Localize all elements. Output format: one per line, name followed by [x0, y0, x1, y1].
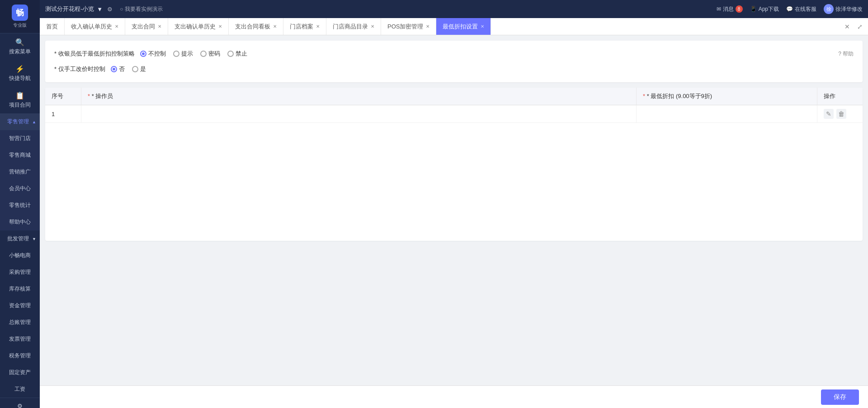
tab-close-icon[interactable]: ✕: [316, 24, 320, 29]
service-icon: 💬: [786, 6, 793, 12]
topbar: 测试分开花程-小览 ▼ ⚙ ○ 我要看实例演示 ✉ 消息 8 📱 App下载 💬…: [40, 0, 868, 18]
radio-label-hint: 提示: [181, 50, 193, 58]
th-discount: * * 最低折扣 (9.00等于9折): [637, 88, 817, 105]
sidebar-item-label: 固定资产: [9, 369, 31, 376]
shortcut-icon: ⚡: [15, 65, 24, 73]
radio-input-hint[interactable]: [173, 51, 179, 57]
radio-forbid[interactable]: 禁止: [227, 50, 247, 58]
tab-pay-confirm[interactable]: 支出确认单历史 ✕: [168, 18, 229, 35]
sidebar-item-ledger[interactable]: 总账管理: [0, 314, 40, 331]
sidebar-item-assets[interactable]: 固定资产: [0, 364, 40, 381]
table-body: 1 ✎ 🗑: [45, 105, 863, 241]
sidebar-item-salary[interactable]: 工资: [0, 381, 40, 398]
radio-password[interactable]: 密码: [200, 50, 220, 58]
tab-home[interactable]: 首页: [40, 18, 65, 35]
message-button[interactable]: ✉ 消息 8: [717, 5, 743, 13]
sidebar-item-label: 采购管理: [9, 268, 31, 276]
td-discount: [637, 105, 817, 122]
tab-close-all-icon[interactable]: ✕: [843, 22, 852, 31]
edit-button[interactable]: ✎: [824, 109, 834, 119]
help-link[interactable]: ? 帮助: [838, 50, 854, 58]
tab-close-icon[interactable]: ✕: [273, 24, 277, 29]
sidebar-item-retail[interactable]: 零售管理 ▲: [0, 113, 40, 130]
sidebar-item-online-store[interactable]: 零售商城: [0, 147, 40, 164]
logo-sub: 专业版: [13, 22, 27, 28]
discount-table: 序号 * * 操作员 * * 最低折扣 (9.00等于9折) 操作 1: [45, 88, 863, 241]
tab-label: 支出确认单历史: [175, 23, 216, 31]
tab-income-confirm[interactable]: 收入确认单历史 ✕: [65, 18, 125, 35]
tab-close-icon[interactable]: ✕: [481, 24, 484, 29]
delete-button[interactable]: 🗑: [836, 109, 846, 119]
tab-expand-icon[interactable]: ⤢: [855, 22, 864, 31]
demo-icon: ○: [120, 6, 123, 12]
message-badge: 8: [736, 5, 743, 13]
th-actions: 操作: [817, 88, 863, 105]
user-profile-button[interactable]: 徐 徐泽华修改: [824, 4, 863, 14]
tab-close-icon[interactable]: ✕: [218, 24, 222, 29]
message-icon: ✉: [717, 6, 721, 12]
topbar-project[interactable]: 测试分开花程-小览 ▼: [45, 5, 103, 13]
sidebar-item-purchase[interactable]: 采购管理: [0, 264, 40, 281]
sidebar-item-help[interactable]: 帮助中心: [0, 214, 40, 230]
sidebar-item-label: 税务管理: [9, 352, 31, 360]
radio-input-no-control[interactable]: [140, 51, 146, 57]
tab-label: 首页: [46, 23, 58, 31]
sidebar-item-ecommerce[interactable]: 小畅电商: [0, 247, 40, 264]
sidebar-item-marketing[interactable]: 营销推广: [0, 164, 40, 180]
topbar-right: ✉ 消息 8 📱 App下载 💬 在线客服 徐 徐泽华修改: [717, 4, 863, 14]
tab-label: 支出合同: [132, 23, 155, 31]
project-name: 测试分开花程-小览: [45, 5, 94, 13]
tab-close-icon[interactable]: ✕: [158, 24, 161, 29]
sidebar-settings[interactable]: ⚙: [0, 398, 40, 408]
tab-store-file[interactable]: 门店档案 ✕: [283, 18, 326, 35]
app-download-button[interactable]: 📱 App下载: [750, 5, 779, 13]
sidebar-item-label: 库存核算: [9, 285, 31, 293]
tab-close-icon[interactable]: ✕: [426, 24, 429, 29]
sidebar-item-label: 零售商城: [9, 151, 31, 159]
sidebar-item-wholesale[interactable]: 批发管理 ▼: [0, 230, 40, 247]
sidebar-item-finance[interactable]: 资金管理: [0, 297, 40, 314]
radio-no-control[interactable]: 不控制: [140, 50, 166, 58]
radio-input-no[interactable]: [111, 66, 117, 72]
topbar-demo[interactable]: ○ 我要看实例演示: [120, 5, 163, 13]
tab-close-icon[interactable]: ✕: [115, 24, 118, 29]
radio-no[interactable]: 否: [111, 65, 125, 73]
sidebar-item-inventory[interactable]: 库存核算: [0, 281, 40, 297]
sidebar-item-retail-stats[interactable]: 零售统计: [0, 197, 40, 214]
tab-pos-manage[interactable]: POS加密管理 ✕: [381, 18, 436, 35]
save-button[interactable]: 保存: [821, 389, 859, 405]
tab-store-goods[interactable]: 门店商品目录 ✕: [326, 18, 381, 35]
tab-label: 收入确认单历史: [71, 23, 112, 31]
sidebar-item-label: 工资: [14, 385, 25, 393]
radio-label-no: 否: [119, 65, 125, 73]
radio-yes[interactable]: 是: [132, 65, 146, 73]
td-index: 1: [45, 105, 81, 122]
tab-label: 最低折扣设置: [443, 23, 478, 31]
online-service-button[interactable]: 💬 在线客服: [786, 5, 816, 13]
footer: 保存: [40, 385, 868, 408]
tab-pay-contract[interactable]: 支出合同 ✕: [125, 18, 168, 35]
radio-hint[interactable]: 提示: [173, 50, 193, 58]
sidebar-item-label: 会员中心: [9, 185, 31, 192]
tabbar: 首页 收入确认单历史 ✕ 支出合同 ✕ 支出确认单历史 ✕ 支出合同看板 ✕ 门…: [40, 18, 868, 35]
tab-label: POS加密管理: [387, 23, 423, 31]
sidebar-item-tax[interactable]: 税务管理: [0, 347, 40, 364]
table-header: 序号 * * 操作员 * * 最低折扣 (9.00等于9折) 操作: [45, 88, 863, 105]
sidebar-item-shortcut[interactable]: ⚡ 快捷导航: [0, 60, 40, 87]
tab-discount[interactable]: 最低折扣设置 ✕: [436, 18, 491, 35]
tab-pay-board[interactable]: 支出合同看板 ✕: [229, 18, 283, 35]
topbar-settings-button[interactable]: ⚙: [107, 6, 113, 13]
tabbar-actions: ✕ ⤢: [843, 22, 868, 31]
sidebar-item-project[interactable]: 📋 项目合同: [0, 87, 40, 113]
sidebar-item-label: 搜索菜单: [9, 48, 31, 56]
sidebar-item-smart-store[interactable]: 智营门店: [0, 130, 40, 147]
radio-label-forbid: 禁止: [236, 50, 247, 58]
project-icon: 📋: [15, 91, 24, 100]
sidebar-item-search[interactable]: 🔍 搜索菜单: [0, 33, 40, 60]
tab-close-icon[interactable]: ✕: [371, 24, 374, 29]
sidebar-item-invoice[interactable]: 发票管理: [0, 331, 40, 347]
radio-input-forbid[interactable]: [227, 51, 234, 57]
sidebar-item-member[interactable]: 会员中心: [0, 180, 40, 197]
radio-input-yes[interactable]: [132, 66, 138, 72]
radio-input-password[interactable]: [200, 51, 207, 57]
